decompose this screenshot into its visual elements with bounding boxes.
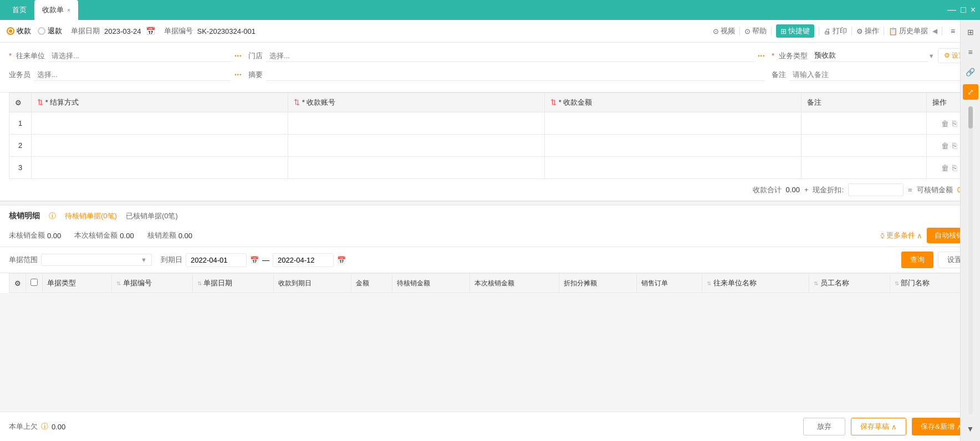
ops-label: 操作 — [865, 26, 879, 36]
biz-type-arrow[interactable]: ▼ — [928, 53, 935, 59]
shortcut-btn[interactable]: ⊞ 快捷键 — [776, 24, 814, 38]
gear-icon: ⚙ — [15, 99, 22, 107]
th-amount: ⇅ * 收款金额 — [545, 93, 802, 112]
delete-icon-2[interactable]: 🗑 — [941, 141, 949, 150]
discount-input[interactable] — [848, 183, 904, 196]
th-gear[interactable]: ⚙ — [9, 93, 32, 112]
history-btn[interactable]: 📋 历史单据 — [889, 26, 928, 36]
history-icon: 📋 — [889, 27, 897, 35]
row-1-remark[interactable] — [802, 112, 927, 135]
tab-done[interactable]: 已核销单据(0笔) — [126, 211, 178, 221]
date-from-input[interactable] — [186, 253, 247, 267]
row-2-amount[interactable] — [545, 135, 802, 157]
sidebar-list-icon[interactable]: ≡ — [963, 44, 978, 60]
store-more-btn[interactable]: ··· — [758, 51, 765, 61]
radio-shouquan[interactable]: 收款 — [7, 26, 31, 36]
chevron-up-icon: ∧ — [917, 232, 922, 240]
row-1-amount[interactable] — [545, 112, 802, 135]
radio-tuiquan[interactable]: 退款 — [38, 26, 62, 36]
bth-sales-order: 销售订单 — [637, 274, 702, 293]
discard-btn[interactable]: 放弃 — [803, 418, 845, 435]
date-to-cal-icon[interactable]: 📅 — [337, 256, 346, 264]
this-check-val: 0.00 — [120, 232, 134, 240]
row-1-settlement[interactable] — [32, 112, 288, 135]
date-separator: — — [262, 256, 269, 264]
copy-icon-2[interactable]: ⎘ — [952, 141, 957, 150]
date-to-input[interactable] — [273, 253, 334, 267]
print-btn[interactable]: 🖨 打印 — [824, 26, 847, 36]
staff-more-btn[interactable]: ··· — [234, 70, 242, 80]
sidebar-table-icon[interactable]: ⊞ — [963, 24, 978, 40]
total-value: 0.00 — [786, 186, 800, 194]
summary-input[interactable] — [266, 69, 765, 81]
calendar-icon[interactable]: 📅 — [146, 27, 155, 35]
right-sidebar: ⊞ ≡ 🔗 ⤢ ▼ — [960, 20, 980, 441]
minimize-icon[interactable]: — — [947, 5, 956, 15]
copy-icon-1[interactable]: ⎘ — [952, 119, 957, 128]
row-2-account[interactable] — [288, 135, 545, 157]
range-select[interactable]: ▼ — [41, 254, 152, 266]
row-3-account[interactable] — [288, 157, 545, 179]
save-new-label: 保存&新增 — [921, 422, 955, 432]
counterparty-input[interactable] — [48, 50, 231, 62]
date-from-cal-icon[interactable]: 📅 — [250, 256, 259, 264]
radio-group: 收款 退款 — [7, 26, 62, 36]
main-table: ⚙ ⇅ * 结算方式 ⇅ * 收款账号 ⇅ * 收款金额 — [9, 93, 971, 179]
list-view-icon[interactable]: ≡ — [947, 25, 959, 37]
unchecked-val: 0.00 — [47, 232, 61, 240]
divider-1 — [739, 27, 740, 35]
tab-close-icon[interactable]: × — [67, 7, 70, 13]
bth-checkbox[interactable]: ⚙ — [9, 274, 26, 293]
biz-type-input[interactable] — [811, 50, 928, 62]
query-btn[interactable]: 查询 — [901, 252, 933, 268]
bth-checkbox-col[interactable] — [26, 274, 43, 293]
footer-info-icon[interactable]: ⓘ — [41, 422, 48, 432]
nav-prev-icon[interactable]: ◀ — [932, 27, 937, 35]
select-all-checkbox[interactable] — [30, 279, 38, 286]
remark-input[interactable] — [789, 69, 971, 81]
toolbar: 收款 退款 单据日期 2023-03-24 📅 单据编号 SK-20230324… — [0, 20, 980, 43]
sidebar-link-icon[interactable]: 🔗 — [963, 64, 978, 80]
row-3-remark[interactable] — [802, 157, 927, 179]
date-range: 到期日 📅 — 📅 — [161, 253, 346, 267]
sidebar-expand-icon[interactable]: ⤢ — [963, 84, 978, 100]
row-3-settlement[interactable] — [32, 157, 288, 179]
row-3-amount[interactable] — [545, 157, 802, 179]
sidebar-down-icon[interactable]: ▼ — [963, 421, 978, 437]
video-btn[interactable]: ⊙ 视频 — [713, 26, 735, 36]
ops-btn[interactable]: ⚙ 操作 — [856, 26, 879, 36]
counterparty-field: * 往来单位 ··· — [9, 50, 242, 62]
store-field: 门店 ··· — [248, 50, 765, 62]
tab-home[interactable]: 首页 — [4, 0, 34, 20]
tab-pending[interactable]: 待核销单据(0笔) — [65, 211, 117, 221]
row-1-account[interactable] — [288, 112, 545, 135]
counterparty-label: 往来单位 — [16, 51, 45, 61]
row-2-remark[interactable] — [802, 135, 927, 157]
delete-icon-1[interactable]: 🗑 — [941, 119, 949, 128]
divider-2 — [771, 27, 772, 35]
more-conditions-btn[interactable]: ⧲ 更多条件 ∧ — [881, 230, 922, 240]
delete-icon-3[interactable]: 🗑 — [941, 163, 949, 172]
bth-staff: ⇅ 员工名称 — [809, 274, 890, 293]
maximize-icon[interactable]: □ — [961, 5, 966, 15]
help-btn[interactable]: ⊙ 帮助 — [744, 26, 767, 36]
range-label: 单据范围 — [9, 255, 38, 265]
info-icon[interactable]: ⓘ — [49, 211, 56, 221]
tab-active[interactable]: 收款单 × — [34, 0, 78, 20]
bth-pending: 待核销金额 — [392, 274, 470, 293]
staff-input[interactable] — [34, 69, 231, 81]
stats-right: ⧲ 更多条件 ∧ 自动核销 — [881, 228, 971, 243]
biz-type-select[interactable]: ▼ — [811, 50, 935, 62]
diff-stat: 核销差额 0.00 — [147, 230, 192, 240]
scrollbar-track[interactable] — [968, 106, 973, 414]
close-icon[interactable]: × — [971, 5, 976, 15]
draft-btn[interactable]: 保存草稿 ∧ — [851, 418, 906, 435]
th-remark: 备注 — [802, 93, 927, 112]
scrollbar-thumb[interactable] — [968, 106, 973, 129]
store-input[interactable] — [266, 50, 754, 62]
bth-no: ⇅ 单据编号 — [112, 274, 193, 293]
doc-no-info: 单据编号 SK-20230324-001 — [164, 26, 256, 36]
counterparty-more-btn[interactable]: ··· — [234, 51, 242, 61]
copy-icon-3[interactable]: ⎘ — [952, 163, 957, 172]
row-2-settlement[interactable] — [32, 135, 288, 157]
